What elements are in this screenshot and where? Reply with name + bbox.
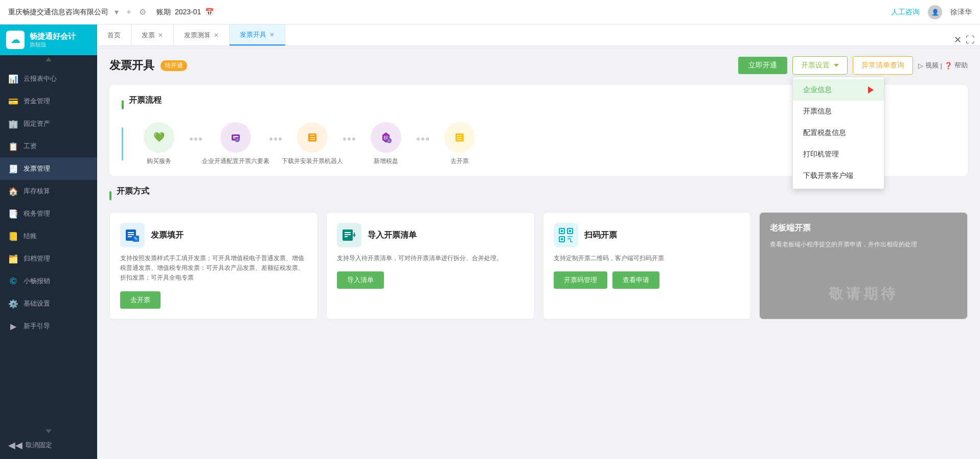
- settings-arrow-icon: [834, 64, 839, 67]
- support-link[interactable]: 人工咨询: [891, 8, 920, 17]
- dropdown-item-download-client[interactable]: 下载开票客户端: [793, 165, 884, 187]
- method-card-fill: ✎ 发票填开 支持按照发票样式手工填开发票；可开具增值税电子普通发票、增值税普通…: [109, 212, 318, 319]
- header-actions: 立即开通 开票设置 企业信息: [738, 56, 968, 75]
- process-icon-add-tax: 税+: [371, 122, 401, 153]
- import-icon: [337, 223, 361, 247]
- abnormal-button[interactable]: 异常清单查询: [853, 56, 913, 75]
- sidebar-item-guidang[interactable]: 🗂️ 归档管理: [0, 247, 97, 270]
- jiezhang-icon: 📒: [8, 231, 18, 241]
- svg-text:☰: ☰: [457, 134, 463, 142]
- sidebar-item-label: 库存核算: [24, 187, 50, 196]
- process-label-config: 企业开通配置开票六要素: [202, 157, 269, 166]
- svg-rect-36: [561, 238, 563, 240]
- dropdown-item-company-info[interactable]: 企业信息: [793, 79, 884, 101]
- activate-button[interactable]: 立即开通: [738, 57, 787, 74]
- dots-2: [269, 137, 282, 151]
- period-label: 账期 2023-01 📅: [156, 8, 214, 17]
- logo-text-block: 畅捷通好会计 旗舰版: [30, 32, 76, 49]
- method-card-scan-header: 扫码开票: [554, 223, 741, 247]
- process-start-bar: [122, 127, 123, 160]
- method-card-fill-desc: 支持按照发票样式手工填开发票；可开具增值税电子普通发票、增值税普通发票、增值税专…: [120, 254, 307, 283]
- sidebar-item-gongzi[interactable]: 📋 工资: [0, 135, 97, 157]
- import-list-button[interactable]: 导入清单: [337, 271, 384, 289]
- settings-icon[interactable]: ⚙: [139, 7, 146, 17]
- tab-cesuan[interactable]: 发票测算 ✕: [174, 25, 230, 45]
- help-icon: ❓: [944, 62, 952, 70]
- sidebar-item-jichu[interactable]: ⚙️ 基础设置: [0, 292, 97, 315]
- tab-close-kaiju[interactable]: ✕: [269, 31, 275, 38]
- methods-divider-bar: [109, 191, 111, 200]
- sidebar-item-shuiwu[interactable]: 📑 税务管理: [0, 202, 97, 225]
- scroll-up[interactable]: [0, 55, 97, 63]
- page-content: 发票开具 待开通 立即开通 开票设置 企业信息: [97, 46, 980, 459]
- tab-close-fapiao[interactable]: ✕: [158, 32, 163, 39]
- process-step-download: ☰ 下载并安装开票机器人: [282, 122, 343, 166]
- user-name: 徐泽华: [950, 8, 972, 17]
- sidebar-item-label: 结账: [24, 232, 37, 241]
- scan-view-button[interactable]: 查看申请: [612, 271, 659, 289]
- process-step-go-invoice: ☰ 去开票: [429, 122, 490, 166]
- settings-button[interactable]: 开票设置: [792, 56, 848, 75]
- zijin-icon: 💳: [8, 96, 18, 106]
- method-card-fill-title: 发票填开: [151, 230, 184, 241]
- company-name: 重庆畅捷交通信息咨询有限公司: [8, 8, 108, 17]
- tab-close-button[interactable]: ✕: [954, 34, 962, 45]
- process-icon-buy: 💚: [144, 122, 174, 153]
- user-avatar: 👤: [928, 5, 942, 19]
- sidebar-item-xinshou[interactable]: ▶ 新手引导: [0, 315, 97, 337]
- sidebar-item-kucun[interactable]: 🏠 库存核算: [0, 180, 97, 202]
- video-button[interactable]: ▷ 视频 | ❓ 帮助: [918, 61, 968, 70]
- tab-bar-right: ✕ ⛶: [954, 34, 980, 45]
- tab-kaiju[interactable]: 发票开具 ✕: [230, 25, 285, 45]
- cancel-fixed-button[interactable]: ◀◀ 取消固定: [0, 435, 97, 459]
- method-card-boss-desc: 查看老板端小程序提交的开票申请，并作出相应的处理: [770, 240, 957, 249]
- tab-close-cesuan[interactable]: ✕: [214, 32, 219, 39]
- process-label-download: 下载并安装开票机器人: [282, 157, 343, 166]
- process-icon-download: ☰: [297, 122, 328, 153]
- tab-bar: 首页 发票 ✕ 发票测算 ✕ 发票开具 ✕ ✕ ⛶: [97, 25, 980, 46]
- method-card-import-header: 导入开票清单: [337, 223, 524, 247]
- method-card-scan-desc: 支持定制开票二维码，客户端可扫码开票: [554, 254, 741, 263]
- xiaochang-icon: ©: [8, 276, 18, 286]
- logo-icon: ☁: [6, 31, 25, 49]
- sidebar-item-gudingzichan[interactable]: 🏢 固定资产: [0, 112, 97, 135]
- xinshou-icon: ▶: [8, 321, 18, 331]
- scan-buttons: 开票码管理 查看申请: [554, 271, 741, 289]
- sidebar-item-yunbao[interactable]: 📊 云报表中心: [0, 67, 97, 90]
- kucun-icon: 🏠: [8, 186, 18, 196]
- sidebar-item-jiezhang[interactable]: 📒 结账: [0, 225, 97, 247]
- tab-fapiao[interactable]: 发票 ✕: [131, 25, 174, 45]
- add-icon[interactable]: ＋: [125, 7, 133, 17]
- page-title-area: 发票开具 待开通: [109, 58, 187, 73]
- tab-home[interactable]: 首页: [97, 25, 131, 45]
- scroll-down[interactable]: [0, 427, 97, 435]
- sidebar-item-fapiao[interactable]: 🧾 发票管理: [0, 157, 97, 180]
- process-section-title: 开票流程: [129, 95, 162, 106]
- divider-bar: [122, 100, 124, 109]
- gray-overlay-text: 敬请期待: [760, 284, 967, 304]
- method-card-boss: 老板端开票 查看老板端小程序提交的开票申请，并作出相应的处理 敬请期待: [759, 212, 968, 319]
- play-icon: ▷: [918, 62, 923, 70]
- sidebar-nav: 📊 云报表中心 💳 资金管理 🏢 固定资产 📋 工资 🧾 发票管理 🏠: [0, 63, 97, 427]
- sidebar-item-label: 云报表中心: [24, 74, 57, 83]
- process-label-go-invoice: 去开票: [450, 157, 469, 166]
- method-card-scan-title: 扫码开票: [584, 230, 617, 241]
- sidebar-item-label: 资金管理: [24, 97, 50, 106]
- go-invoice-button[interactable]: 去开票: [120, 291, 161, 309]
- sidebar-item-label: 发票管理: [24, 164, 50, 173]
- shuiwu-icon: 📑: [8, 209, 18, 219]
- dropdown-icon[interactable]: ▾: [115, 7, 119, 17]
- logo-sub: 旗舰版: [30, 41, 76, 49]
- sidebar-item-xiaochang[interactable]: © 小畅报销: [0, 270, 97, 292]
- tab-expand-button[interactable]: ⛶: [966, 35, 975, 45]
- process-step-buy: 💚 购买服务: [128, 122, 190, 166]
- sidebar-item-zijin[interactable]: 💳 资金管理: [0, 90, 97, 112]
- svg-text:+: +: [236, 137, 239, 142]
- process-label-add-tax: 新增税盘: [374, 157, 398, 166]
- app-body: ☁ 畅捷通好会计 旗舰版 📊 云报表中心 💳 资金管理 🏢 固定资产: [0, 25, 980, 459]
- dropdown-item-invoice-info[interactable]: 开票信息: [793, 101, 884, 122]
- dropdown-item-printer[interactable]: 打印机管理: [793, 144, 884, 165]
- sidebar-item-label: 固定资产: [24, 119, 50, 128]
- dropdown-item-tax-disk[interactable]: 配置税盘信息: [793, 122, 884, 144]
- scan-manage-button[interactable]: 开票码管理: [554, 271, 607, 289]
